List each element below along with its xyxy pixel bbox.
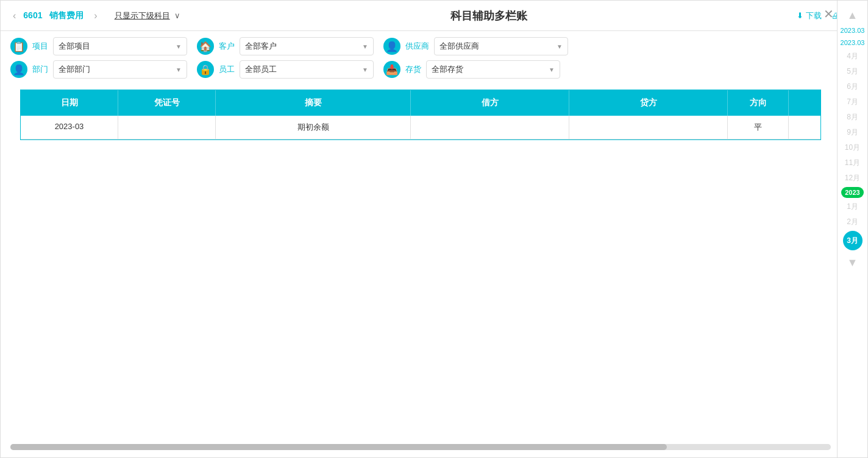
scrollbar-track[interactable]: [10, 444, 831, 450]
supplier-value: 全部供应商: [439, 41, 557, 52]
cell-voucher: [118, 116, 216, 139]
table-header: 日期 凭证号 摘要 借方 贷方 方向 余额: [21, 90, 820, 116]
department-arrow-icon: ▼: [176, 66, 182, 73]
sidebar-item-12[interactable]: 12月: [844, 171, 861, 186]
filters-area: 📋 项目 全部项目 ▼ 🏠 客户 全部客户 ▼ 👤 供应商: [1, 31, 867, 90]
sidebar-item-2023-03-2[interactable]: 2023.03: [839, 37, 866, 49]
filter-row-1: 📋 项目 全部项目 ▼ 🏠 客户 全部客户 ▼ 👤 供应商: [10, 37, 858, 55]
employee-icon: 🔒: [197, 61, 214, 78]
table-wrapper: 日期 凭证号 摘要 借方 贷方 方向 余额 2023-03 期初余额 平: [10, 90, 831, 140]
employee-arrow-icon: ▼: [362, 66, 368, 73]
customer-select[interactable]: 全部客户 ▼: [240, 37, 374, 55]
next-arrow[interactable]: ›: [91, 10, 99, 21]
sidebar-down-arrow[interactable]: ▼: [845, 254, 861, 272]
sidebar-item-5[interactable]: 5月: [845, 64, 859, 79]
col-direction: 方向: [728, 90, 789, 116]
sidebar-item-6[interactable]: 6月: [845, 79, 859, 94]
cell-direction: 平: [728, 116, 789, 139]
customer-icon: 🏠: [197, 38, 214, 55]
project-label: 项目: [32, 41, 48, 52]
project-arrow-icon: ▼: [176, 43, 182, 50]
inventory-arrow-icon: ▼: [549, 66, 555, 73]
filter-supplier: 👤 供应商 全部供应商 ▼: [383, 37, 568, 55]
sidebar-item-8[interactable]: 8月: [845, 110, 859, 125]
show-sub-label[interactable]: 只显示下级科目: [115, 11, 170, 20]
month-sidebar: ▲ 2023.03 2023.03 4月 5月 6月 7月 8月 9月 10月 …: [837, 1, 867, 458]
department-select[interactable]: 全部部门 ▼: [53, 60, 187, 79]
cell-debit: [411, 116, 569, 139]
project-select[interactable]: 全部项目 ▼: [53, 37, 187, 55]
filter-project: 📋 项目 全部项目 ▼: [10, 37, 187, 55]
prev-arrow[interactable]: ‹: [10, 10, 18, 21]
cell-credit: [569, 116, 728, 139]
employee-select[interactable]: 全部员工 ▼: [240, 60, 374, 79]
col-debit: 借方: [411, 90, 569, 116]
col-summary: 摘要: [216, 90, 411, 116]
col-voucher: 凭证号: [118, 90, 216, 116]
col-date: 日期: [21, 90, 118, 116]
customer-value: 全部客户: [245, 41, 362, 52]
year-badge[interactable]: 2023: [841, 187, 863, 198]
inventory-label: 存货: [405, 64, 421, 75]
sidebar-item-10[interactable]: 10月: [844, 140, 861, 155]
header: ‹ 6601 销售费用 › 只显示下级科目 ∨ 科目辅助多栏账 ⬇ 下载 🖨 打…: [1, 1, 867, 31]
filter-department: 👤 部门 全部部门 ▼: [10, 60, 187, 79]
sidebar-item-2[interactable]: 2月: [845, 214, 859, 230]
employee-label: 员工: [219, 64, 235, 75]
filter-customer: 🏠 客户 全部客户 ▼: [197, 37, 374, 55]
show-sub-arrow-icon: ∨: [174, 11, 180, 20]
scrollbar-thumb[interactable]: [10, 444, 667, 450]
inventory-select[interactable]: 全部存货 ▼: [426, 60, 560, 79]
department-label: 部门: [32, 64, 48, 75]
table-row: 2023-03 期初余额 平: [21, 116, 820, 139]
inventory-icon: 📥: [383, 61, 400, 78]
sidebar-item-2023-03-top[interactable]: 2023.03: [839, 24, 866, 37]
employee-value: 全部员工: [245, 64, 362, 75]
sidebar-item-9[interactable]: 9月: [845, 125, 859, 140]
page-title: 科目辅助多栏账: [180, 9, 797, 23]
sidebar-up-arrow[interactable]: ▲: [845, 7, 861, 24]
supplier-icon: 👤: [383, 38, 400, 55]
supplier-select[interactable]: 全部供应商 ▼: [434, 37, 568, 55]
department-value: 全部部门: [59, 64, 176, 75]
account-label: 6601 销售费用: [18, 10, 91, 21]
customer-label: 客户: [219, 41, 235, 52]
download-button[interactable]: ⬇ 下载: [797, 10, 822, 21]
sidebar-item-11[interactable]: 11月: [844, 155, 861, 171]
sidebar-item-7[interactable]: 7月: [845, 94, 859, 110]
project-value: 全部项目: [59, 41, 176, 52]
project-icon: 📋: [10, 38, 27, 55]
cell-date: 2023-03: [21, 116, 118, 139]
inventory-value: 全部存货: [432, 64, 549, 75]
account-name: 销售费用: [49, 10, 84, 20]
sidebar-item-1[interactable]: 1月: [845, 199, 859, 214]
department-icon: 👤: [10, 61, 27, 78]
download-label: 下载: [806, 10, 822, 21]
filter-row-2: 👤 部门 全部部门 ▼ 🔒 员工 全部员工 ▼ 📥 存货: [10, 60, 858, 79]
customer-arrow-icon: ▼: [362, 43, 368, 50]
account-code: 6601: [23, 10, 42, 20]
sidebar-item-3-active[interactable]: 3月: [843, 231, 863, 250]
supplier-label: 供应商: [405, 41, 429, 52]
filter-inventory: 📥 存货 全部存货 ▼: [383, 60, 560, 79]
col-credit: 贷方: [569, 90, 728, 116]
sidebar-item-4[interactable]: 4月: [845, 49, 859, 64]
supplier-arrow-icon: ▼: [557, 43, 563, 50]
cell-summary: 期初余额: [216, 116, 411, 139]
filter-employee: 🔒 员工 全部员工 ▼: [197, 60, 374, 79]
download-icon: ⬇: [797, 11, 803, 20]
data-table: 日期 凭证号 摘要 借方 贷方 方向 余额 2023-03 期初余额 平: [20, 90, 821, 140]
main-window: ✕ ‹ 6601 销售费用 › 只显示下级科目 ∨ 科目辅助多栏账 ⬇ 下载 🖨…: [0, 0, 868, 458]
close-button[interactable]: ✕: [824, 7, 834, 21]
